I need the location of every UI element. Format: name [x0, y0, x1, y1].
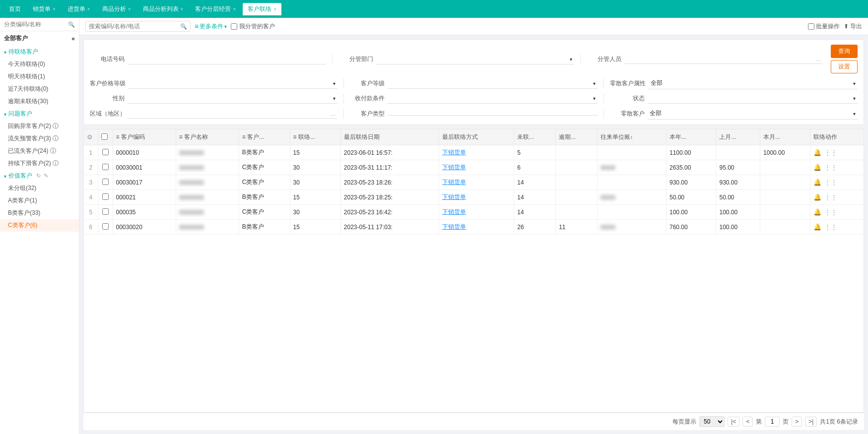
filter-dept-select[interactable] [376, 54, 575, 64]
close-tab-3[interactable] [181, 6, 184, 12]
row-action-bell[interactable]: 🔔 [813, 149, 821, 156]
close-tab-5[interactable] [273, 6, 276, 12]
sidebar-item-c-class[interactable]: C类客户(6) [0, 219, 79, 232]
row-action-grid[interactable]: ⋮⋮ [824, 179, 837, 186]
row-action-grid[interactable]: ⋮⋮ [824, 193, 837, 201]
row-last-method[interactable]: 下销货单 [439, 220, 514, 235]
search-input[interactable] [89, 23, 178, 30]
batch-op-wrap[interactable]: 批量操作 [808, 22, 840, 31]
batch-op-checkbox[interactable] [808, 23, 814, 30]
sidebar-item-b-class[interactable]: B类客户(33) [0, 207, 79, 219]
sidebar-section-problem[interactable]: 问题客户 [0, 108, 79, 120]
row-actions[interactable]: 🔔 ⋮⋮ [810, 190, 864, 205]
row-checkbox-cell[interactable] [98, 175, 113, 190]
row-action-grid[interactable]: ⋮⋮ [824, 149, 837, 156]
sidebar-section-value[interactable]: 价值客户 ↻ ✎ [0, 170, 79, 182]
prev-page-btn[interactable]: < [742, 417, 753, 427]
page-num-input[interactable] [765, 417, 780, 427]
row-action-grid[interactable]: ⋮⋮ [824, 223, 837, 231]
row-checkbox-cell[interactable] [98, 220, 113, 235]
value-refresh-icon[interactable]: ↻ [36, 173, 41, 179]
sidebar-collapse-icon[interactable] [71, 35, 75, 42]
sidebar-item-abnormal[interactable]: 回购异常客户(2) ⓘ [0, 120, 79, 132]
nav-tab-1[interactable]: 进货单 [63, 3, 95, 15]
sidebar-item-ungroup[interactable]: 未分组(32) [0, 182, 79, 194]
row-action-bell[interactable]: 🔔 [813, 179, 821, 186]
row-action-grid[interactable]: ⋮⋮ [824, 208, 837, 216]
filter-payment-select[interactable] [388, 93, 598, 104]
row-checkbox[interactable] [102, 179, 109, 185]
sidebar-item-lost[interactable]: 已流失客户(24) ⓘ [0, 145, 79, 157]
row-checkbox-cell[interactable] [98, 205, 113, 220]
sidebar-search-icon[interactable] [68, 21, 75, 28]
sidebar-section-pending[interactable]: 待联络客户 [0, 46, 79, 58]
sidebar-item-overdue[interactable]: 逾期未联络(30) [0, 95, 79, 108]
row-action-bell[interactable]: 🔔 [813, 208, 821, 216]
nav-tab-3[interactable]: 商品分析列表 [138, 3, 189, 15]
nav-tab-0[interactable]: 销货单 [28, 3, 61, 15]
sidebar-item-warning[interactable]: 流失预警客户(3) ⓘ [0, 132, 79, 145]
row-last-method[interactable]: 下销货单 [439, 190, 514, 205]
filter-gender-select[interactable] [128, 93, 337, 104]
row-checkbox[interactable] [102, 164, 109, 170]
row-checkbox[interactable] [102, 208, 109, 215]
filter-manager-select[interactable]: ... [624, 55, 823, 64]
nav-tab-2[interactable]: 商品分析 [97, 3, 136, 15]
select-all-checkbox[interactable] [101, 133, 108, 140]
row-checkbox-cell[interactable] [98, 190, 113, 205]
row-last-method[interactable]: 下销货单 [439, 145, 514, 160]
filter-price-level-select[interactable] [129, 78, 337, 89]
query-button[interactable]: 查询 [831, 45, 858, 58]
col-gear[interactable]: ⚙ [84, 129, 98, 145]
row-last-method[interactable]: 下销货单 [439, 205, 514, 220]
close-tab-0[interactable] [53, 6, 56, 12]
last-page-btn[interactable]: >| [805, 417, 817, 427]
last-method-link[interactable]: 下销货单 [442, 208, 466, 215]
row-actions[interactable]: 🔔 ⋮⋮ [810, 205, 864, 220]
last-method-link[interactable]: 下销货单 [442, 223, 466, 230]
row-checkbox[interactable] [102, 223, 109, 230]
gear-icon[interactable]: ⚙ [87, 133, 93, 141]
sidebar-item-a-class[interactable]: A类客户(1) [0, 194, 79, 207]
row-actions[interactable]: 🔔 ⋮⋮ [810, 145, 864, 160]
row-actions[interactable]: 🔔 ⋮⋮ [810, 175, 864, 190]
close-tab-1[interactable] [87, 6, 90, 12]
filter-customer-type-select[interactable] [388, 112, 598, 116]
row-checkbox-cell[interactable] [98, 160, 113, 175]
last-method-link[interactable]: 下销货单 [442, 149, 466, 156]
filter-phone-input[interactable] [128, 54, 326, 64]
last-method-link[interactable]: 下销货单 [442, 164, 466, 171]
nav-tab-5[interactable]: 客户联络 [243, 3, 281, 15]
sidebar-all-customers[interactable]: 全部客户 [0, 31, 79, 46]
first-page-btn[interactable]: |< [728, 417, 739, 427]
last-method-link[interactable]: 下销货单 [442, 179, 466, 186]
my-customers-checkbox-wrap[interactable]: 我分管的客户 [231, 22, 275, 31]
page-size-select[interactable]: 50 20 100 [699, 416, 725, 427]
row-action-grid[interactable]: ⋮⋮ [824, 164, 837, 171]
value-edit-icon[interactable]: ✎ [44, 173, 48, 179]
next-page-btn[interactable]: > [792, 417, 802, 427]
row-action-bell[interactable]: 🔔 [813, 164, 821, 171]
last-method-link[interactable]: 下销货单 [442, 193, 466, 200]
nav-tab-4[interactable]: 客户分层经营 [190, 3, 241, 15]
sidebar-item-7days[interactable]: 近7天待联络(0) [0, 83, 79, 95]
more-conditions-btn[interactable]: 更多条件 [195, 22, 227, 31]
col-check-all[interactable] [98, 129, 113, 145]
my-customers-checkbox[interactable] [231, 23, 237, 30]
sidebar-search-input[interactable] [4, 21, 66, 28]
row-checkbox[interactable] [102, 193, 109, 200]
close-tab-2[interactable] [128, 6, 131, 12]
row-action-bell[interactable]: 🔔 [813, 193, 821, 201]
sidebar-item-declining[interactable]: 持续下滑客户(2) ⓘ [0, 157, 79, 170]
sidebar-item-tomorrow[interactable]: 明天待联络(1) [0, 70, 79, 83]
filter-retail-customer-select[interactable]: 全部 [648, 108, 858, 120]
filter-status-select[interactable] [648, 93, 858, 104]
filter-region-select[interactable]: ... [129, 109, 337, 119]
row-actions[interactable]: 🔔 ⋮⋮ [810, 160, 864, 175]
setting-button[interactable]: 设置 [831, 60, 858, 73]
filter-customer-level-select[interactable] [388, 78, 598, 89]
search-icon[interactable] [180, 23, 187, 30]
sidebar-item-today[interactable]: 今天待联络(0) [0, 58, 79, 70]
close-tab-4[interactable] [233, 6, 236, 12]
row-last-method[interactable]: 下销货单 [439, 175, 514, 190]
